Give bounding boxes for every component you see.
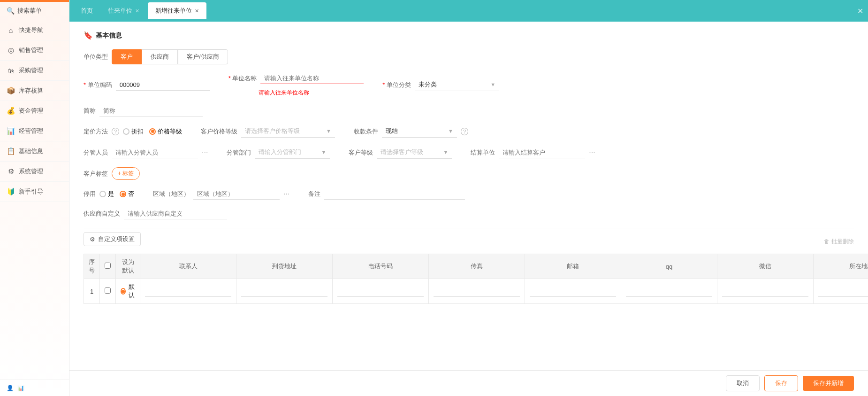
address-input[interactable]: [241, 286, 327, 297]
remark-input[interactable]: [324, 188, 465, 200]
region-cell-input[interactable]: [818, 286, 868, 297]
payment-terms-value: 现结: [386, 127, 398, 135]
cell-contact[interactable]: [140, 279, 236, 304]
divider: [84, 228, 854, 228]
fax-input[interactable]: [434, 286, 520, 297]
unit-name-input[interactable]: [260, 73, 364, 84]
th-contact: 联系人: [140, 254, 236, 279]
sidebar-label-purchase: 采购管理: [19, 66, 43, 75]
region-input[interactable]: [193, 188, 280, 200]
tab-contacts-close[interactable]: ✕: [135, 8, 139, 14]
unit-type-row: 单位类型 客户 供应商 客户/供应商: [84, 49, 854, 64]
default-radio-circle: [121, 288, 126, 295]
sidebar-item-newbie[interactable]: 🔰 新手引导: [0, 182, 69, 202]
sidebar-search[interactable]: 🔍 搜索菜单: [0, 2, 69, 20]
sidebar-label-newbie: 新手引导: [19, 187, 43, 196]
cell-qq[interactable]: [621, 279, 717, 304]
customer-level-select[interactable]: 请选择客户等级 ▼: [377, 146, 452, 159]
radio-discount[interactable]: 折扣: [123, 127, 144, 136]
cell-region[interactable]: [814, 279, 868, 304]
unit-category-label: 单位分类: [382, 81, 411, 89]
cell-phone[interactable]: [333, 279, 429, 304]
radio-yes-label: 是: [108, 190, 114, 198]
customer-level-placeholder: 请选择客户等级: [381, 148, 423, 156]
disable-row: 停用 是 否 区域（地区） ··· 备注: [84, 188, 854, 200]
department-select[interactable]: 请输入分管部门 ▼: [255, 146, 330, 159]
radio-price-level[interactable]: 价格等级: [149, 127, 182, 136]
default-radio[interactable]: 默认: [121, 283, 135, 300]
cell-address[interactable]: [236, 279, 333, 304]
th-checkbox[interactable]: [105, 263, 111, 269]
row-checkbox[interactable]: [105, 287, 111, 294]
manager-input[interactable]: [112, 147, 198, 158]
settlement-unit-more-btn[interactable]: ···: [589, 148, 595, 157]
settlement-unit-input[interactable]: [499, 147, 585, 158]
payment-terms-item: 收款条件 现结 ▼ ?: [354, 125, 468, 138]
search-icon: 🔍: [7, 7, 15, 15]
sidebar-item-finance[interactable]: 💰 资金管理: [0, 101, 69, 121]
section-icon: 🔖: [84, 31, 93, 40]
save-new-button[interactable]: 保存并新增: [803, 376, 854, 391]
sidebar-item-purchase[interactable]: 🛍 采购管理: [0, 61, 69, 81]
contact-input[interactable]: [145, 286, 231, 297]
batch-delete-label: 批量删除: [831, 238, 854, 246]
tab-home[interactable]: 首页: [74, 7, 99, 15]
pricing-help-icon[interactable]: ?: [112, 128, 119, 135]
cell-email[interactable]: [525, 279, 621, 304]
sidebar-label-finance: 资金管理: [19, 107, 43, 115]
radio-no[interactable]: 否: [120, 190, 134, 198]
payment-terms-help-icon[interactable]: ?: [461, 128, 468, 135]
short-name-input[interactable]: [99, 105, 203, 116]
manager-more-btn[interactable]: ···: [202, 148, 208, 157]
cancel-button[interactable]: 取消: [726, 375, 760, 391]
batch-delete-btn[interactable]: 🗑 批量删除: [824, 238, 854, 246]
payment-terms-select[interactable]: 现结 ▼: [382, 125, 457, 138]
th-address: 到货地址: [236, 254, 333, 279]
sidebar-item-quick-nav[interactable]: ⌂ 快捷导航: [0, 20, 69, 40]
unit-btn-supplier[interactable]: 供应商: [142, 49, 178, 64]
unit-btn-customer[interactable]: 客户: [112, 49, 142, 64]
add-tag-button[interactable]: + 标签: [112, 167, 140, 180]
unit-category-chevron: ▼: [490, 82, 495, 87]
region-label: 区域（地区）: [153, 190, 190, 198]
tab-new-contact-close[interactable]: ✕: [195, 8, 199, 14]
save-button[interactable]: 保存: [764, 375, 798, 391]
cell-default: 默认: [116, 279, 140, 304]
operations-icon: 📊: [7, 127, 15, 135]
phone-input[interactable]: [337, 286, 424, 297]
cell-fax[interactable]: [429, 279, 525, 304]
unit-btn-both[interactable]: 客户/供应商: [178, 49, 228, 64]
sidebar-item-sales[interactable]: ◎ 销售管理: [0, 40, 69, 61]
sidebar-item-operations[interactable]: 📊 经营管理: [0, 121, 69, 141]
tab-bar-close[interactable]: ✕: [857, 7, 863, 16]
sales-icon: ◎: [7, 46, 15, 54]
th-region: 所在地区: [814, 254, 868, 279]
tab-contacts[interactable]: 往来单位 ✕: [100, 2, 147, 19]
unit-category-select[interactable]: 未分类 ▼: [415, 78, 499, 91]
th-no: 序号: [84, 254, 100, 279]
supplier-custom-input[interactable]: [124, 208, 227, 219]
sidebar-label-system: 系统管理: [19, 167, 43, 176]
unit-code-input[interactable]: [116, 79, 210, 91]
th-default: 设为默认: [116, 254, 140, 279]
tab-new-contact[interactable]: 新增往来单位 ✕: [148, 2, 206, 19]
sidebar-item-basic[interactable]: 📋 基础信息: [0, 141, 69, 162]
finance-icon: 💰: [7, 107, 15, 115]
qq-input[interactable]: [626, 286, 712, 297]
wechat-input[interactable]: [722, 286, 808, 297]
radio-yes[interactable]: 是: [99, 190, 114, 198]
cell-wechat[interactable]: [717, 279, 814, 304]
region-more-btn[interactable]: ···: [283, 190, 289, 198]
email-input[interactable]: [530, 286, 616, 297]
custom-settings-button[interactable]: ⚙ 自定义项设置: [84, 232, 141, 246]
supplier-custom-row: 供应商自定义: [84, 208, 854, 219]
th-wechat: 微信: [717, 254, 814, 279]
sidebar-item-inventory[interactable]: 📦 库存核算: [0, 81, 69, 101]
basic-icon: 📋: [7, 147, 15, 155]
customer-price-level-chevron: ▼: [326, 128, 331, 134]
content-area: 🔖 基本信息 单位类型 客户 供应商 客户/供应商 单位编码 单位名: [69, 22, 868, 370]
sidebar-item-system[interactable]: ⚙ 系统管理: [0, 162, 69, 182]
customer-price-level-select[interactable]: 请选择客户价格等级 ▼: [241, 125, 335, 138]
pricing-label: 定价方法: [84, 127, 108, 136]
unit-code-item: 单位编码: [84, 79, 210, 91]
